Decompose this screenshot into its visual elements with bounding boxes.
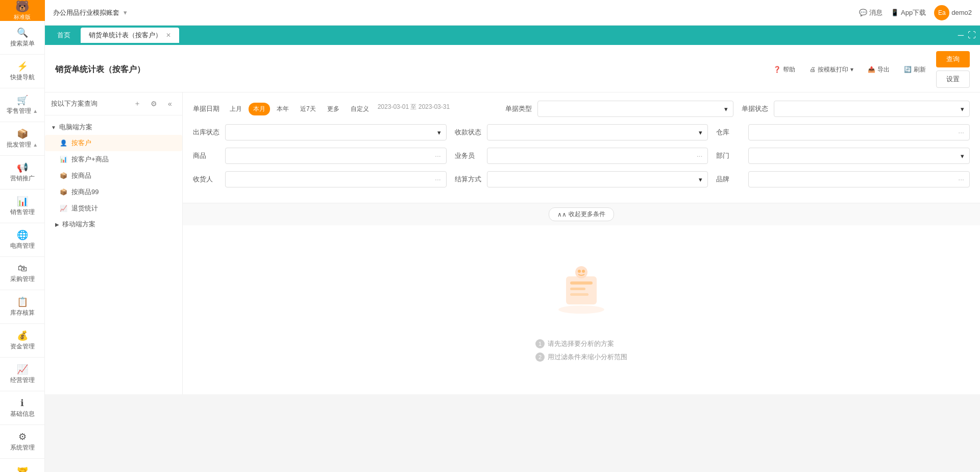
tree-item-by-goods[interactable]: 📦 按商品 xyxy=(45,168,182,184)
sidebar-item-ecommerce[interactable]: 🌐 电商管理 xyxy=(0,223,45,257)
plan-collapse-icon[interactable]: « xyxy=(164,98,176,110)
sidebar-item-retail[interactable]: 🛒 零售管理 ▲ xyxy=(0,88,45,122)
filter-receiptstatus-control[interactable]: ▾ xyxy=(487,124,708,140)
tree-expand-icon: ▶ xyxy=(55,222,59,227)
user-profile[interactable]: Ea demo2 xyxy=(934,5,972,20)
filter-row-3: 商品 ··· 业务员 ··· xyxy=(193,148,970,164)
refresh-label: 刷新 xyxy=(914,65,926,74)
date-tab-more[interactable]: 更多 xyxy=(323,103,344,115)
customer-icon: 👤 xyxy=(59,139,67,147)
page-inner: 销货单统计表（按客户） ❓ 帮助 🖨 按模板打印 ▾ 📤 导出 xyxy=(45,45,980,394)
sidebar-item-label: 系统管理 xyxy=(10,444,35,451)
sidebar-item-enterprise[interactable]: 🤝 企业协同 xyxy=(0,459,45,472)
filter-receiver-label: 收货人 xyxy=(193,175,221,184)
date-tab-thismonth[interactable]: 本月 xyxy=(249,103,270,115)
plan-tree: ▼ 电脑端方案 👤 按客户 📊 按客户+商品 xyxy=(45,115,182,236)
filter-salesperson-item: 业务员 ··· xyxy=(455,148,708,164)
sidebar-item-label: 营销推广 xyxy=(10,175,35,182)
tab-home[interactable]: 首页 xyxy=(49,28,79,43)
sidebar-item-marketing[interactable]: 📢 营销推广 xyxy=(0,156,45,190)
date-tab-custom[interactable]: 自定义 xyxy=(346,103,374,115)
empty-hint-1: 1 请先选择要分析的方案 xyxy=(535,337,627,350)
sidebar-item-shortcut[interactable]: ⚡ 快捷导航 xyxy=(0,55,45,88)
sidebar-item-search[interactable]: 🔍 搜索菜单 xyxy=(0,21,45,55)
topbar-right: 💬 消息 📱 App下载 Ea demo2 xyxy=(859,5,972,20)
goods-dots: ··· xyxy=(435,152,441,160)
print-button[interactable]: 🖨 按模板打印 ▾ xyxy=(805,63,857,76)
tree-section-desktop: ▼ 电脑端方案 👤 按客户 📊 按客户+商品 xyxy=(45,120,182,217)
avatar: Ea xyxy=(934,5,949,20)
settings-button[interactable]: 设置 xyxy=(936,70,970,88)
tree-item-by-customer-goods[interactable]: 📊 按客户+商品 xyxy=(45,151,182,168)
purchase-icon: 🛍 xyxy=(2,263,43,274)
filter-warehouse-control[interactable]: ··· xyxy=(748,124,970,140)
tab-close-icon[interactable]: ✕ xyxy=(166,32,171,39)
refresh-button[interactable]: 🔄 刷新 xyxy=(900,63,930,76)
tree-section-mobile-header[interactable]: ▶ 移动端方案 xyxy=(45,217,182,232)
plan-add-icon[interactable]: ＋ xyxy=(131,98,143,110)
plan-settings-icon[interactable]: ⚙ xyxy=(148,98,160,110)
docstatus-dropdown-icon: ▾ xyxy=(961,105,964,113)
print-label: 按模板打印 xyxy=(818,65,848,74)
sidebar-item-operation[interactable]: 📈 经营管理 xyxy=(0,358,45,391)
svg-rect-2 xyxy=(570,281,593,285)
empty-hints: 1 请先选择要分析的方案 2 用过滤条件来缩小分析范围 xyxy=(535,337,627,364)
query-button[interactable]: 查询 xyxy=(936,51,970,67)
message-button[interactable]: 💬 消息 xyxy=(859,8,883,17)
tree-item-by-goods-99[interactable]: 📦 按商品99 xyxy=(45,184,182,200)
date-tab-lastmonth[interactable]: 上月 xyxy=(225,103,247,115)
sidebar-item-basic[interactable]: ℹ 基础信息 xyxy=(0,391,45,425)
tree-item-by-customer[interactable]: 👤 按客户 xyxy=(45,135,182,151)
sidebar-item-label: 销售管理 xyxy=(10,208,35,216)
tree-item-return-stats[interactable]: 📈 退货统计 xyxy=(45,200,182,217)
sidebar-item-finance[interactable]: 💰 资金管理 xyxy=(0,324,45,358)
filter-salesperson-control[interactable]: ··· xyxy=(487,148,708,164)
sidebar-item-label: 采购管理 xyxy=(10,275,35,282)
filter-brand-item: 品牌 ··· xyxy=(716,171,970,187)
tree-section-desktop-header[interactable]: ▼ 电脑端方案 xyxy=(45,120,182,135)
export-button[interactable]: 📤 导出 xyxy=(864,63,894,76)
topbar-dropdown-icon[interactable]: ▾ xyxy=(124,9,127,16)
filter-settlement-control[interactable]: ▾ xyxy=(487,171,708,187)
sidebar-item-label: 库存核算 xyxy=(10,309,35,316)
filter-doctype-control[interactable]: ▾ xyxy=(537,101,733,117)
filter-goods-item: 商品 ··· xyxy=(193,148,447,164)
filter-salesperson-label: 业务员 xyxy=(455,151,483,160)
filter-goods-control[interactable]: ··· xyxy=(225,148,447,164)
help-button[interactable]: ❓ 帮助 xyxy=(769,63,799,76)
sidebar-item-wholesale[interactable]: 📦 批发管理 ▲ xyxy=(0,122,45,156)
sidebar-item-inventory[interactable]: 📋 库存核算 xyxy=(0,290,45,324)
operation-icon: 📈 xyxy=(2,364,43,375)
date-tab-7days[interactable]: 近7天 xyxy=(296,103,321,115)
doctype-dropdown-icon: ▾ xyxy=(724,105,728,113)
section-label: 电脑端方案 xyxy=(59,123,92,132)
tab-home-label: 首页 xyxy=(57,31,70,40)
marketing-icon: 📢 xyxy=(2,162,43,173)
tab-maximize-icon[interactable]: ⛶ xyxy=(968,31,976,40)
logo-icon: 🐻 xyxy=(15,0,29,13)
print-icon: 🖨 xyxy=(810,66,816,73)
filter-settlement-label: 结算方式 xyxy=(455,175,483,184)
collapse-button[interactable]: ∧∧ 收起更多条件 xyxy=(549,207,614,221)
filter-warehouse-label: 仓库 xyxy=(716,128,744,137)
sidebar-item-system[interactable]: ⚙ 系统管理 xyxy=(0,425,45,459)
filter-department-control[interactable]: ▾ xyxy=(748,148,970,164)
app-download-button[interactable]: 📱 App下载 xyxy=(891,8,926,17)
filter-receiver-control[interactable]: ··· xyxy=(225,171,447,187)
tab-stats[interactable]: 销货单统计表（按客户） ✕ xyxy=(81,28,179,43)
filter-outstatus-control[interactable]: ▾ xyxy=(225,124,447,140)
avatar-text: Ea xyxy=(938,9,946,16)
ecommerce-icon: 🌐 xyxy=(2,229,43,241)
date-tab-thisyear[interactable]: 本年 xyxy=(272,103,293,115)
shortcut-icon: ⚡ xyxy=(2,61,43,72)
message-label: 消息 xyxy=(869,8,883,17)
tab-minimize-icon[interactable]: ─ xyxy=(958,31,964,40)
filter-docstatus-control[interactable]: ▾ xyxy=(774,101,970,117)
filter-brand-control[interactable]: ··· xyxy=(748,171,970,187)
finance-icon: 💰 xyxy=(2,330,43,341)
sidebar-item-sales[interactable]: 📊 销售管理 xyxy=(0,190,45,223)
customer-goods-icon: 📊 xyxy=(59,155,67,163)
filter-area: 单据日期 上月 本月 本年 近7天 更多 自定义 xyxy=(183,92,980,203)
sidebar-item-purchase[interactable]: 🛍 采购管理 xyxy=(0,257,45,290)
sidebar-item-label: 资金管理 xyxy=(10,343,35,350)
